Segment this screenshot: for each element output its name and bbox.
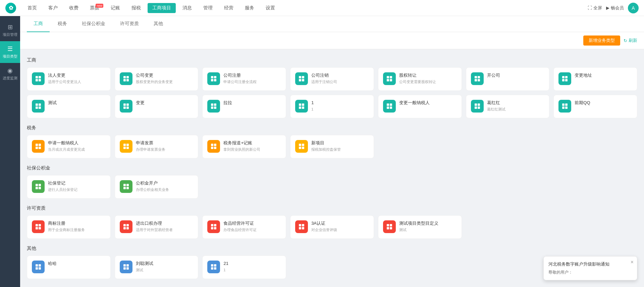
sidebar-item-项目管理[interactable]: ⊞项目管理	[0, 19, 20, 41]
service-card-变更一般纳税人[interactable]: 变更一般纳税人	[378, 95, 462, 118]
service-card-商标注册[interactable]: 商标注册用于企业商标注册服务	[27, 215, 111, 239]
sidebar-label: 进度监测	[3, 76, 17, 81]
service-card-法人变更[interactable]: 法人变更适用于公司变更法人	[27, 67, 111, 91]
tab-工商[interactable]: 工商	[27, 16, 50, 32]
card-desc: 股权变更外的业务变更	[136, 79, 194, 84]
card-icon	[120, 100, 132, 113]
svg-rect-12	[299, 76, 301, 78]
tab-其他[interactable]: 其他	[147, 16, 170, 32]
notification-title: 河北税务数字账户升级影响通知	[548, 261, 632, 267]
card-icon	[207, 72, 220, 85]
card-title: 股权转让	[399, 72, 457, 78]
card-desc: 拿到营业执照的新公司	[223, 147, 281, 152]
sidebar-item-项目类型[interactable]: ☰项目类型	[0, 41, 20, 63]
nav-item-客户[interactable]: 客户	[44, 3, 62, 13]
service-card-葛红红[interactable]: 葛红红葛红红测试	[466, 95, 550, 118]
svg-rect-31	[39, 106, 41, 109]
card-title: 变更	[136, 100, 194, 106]
section-title-工商: 工商	[27, 57, 637, 63]
svg-rect-43	[302, 106, 304, 109]
svg-rect-20	[475, 76, 477, 78]
service-card-测试[interactable]: 测试	[27, 95, 111, 118]
fullscreen-button[interactable]: ⛶ 全屏	[588, 5, 602, 11]
service-card-申请一般纳税人[interactable]: 申请一般纳税人当月或次月成变更完成	[27, 135, 111, 158]
service-card-公司注销[interactable]: 公司注销适用于注销公司	[290, 67, 374, 91]
card-title: 1	[311, 100, 369, 106]
service-card-前期QQ[interactable]: 前期QQ	[553, 95, 637, 118]
nav-item-工商项目[interactable]: 工商项目	[148, 3, 176, 13]
service-card-税务报道+记账[interactable]: 税务报道+记账拿到营业执照的新公司	[202, 135, 286, 158]
refresh-label: 刷新	[629, 38, 637, 44]
svg-rect-39	[214, 106, 216, 109]
service-card-进出口权办理[interactable]: 进出口权办理适用于对外贸易经营者	[115, 215, 199, 239]
svg-rect-65	[214, 144, 216, 146]
svg-rect-70	[299, 147, 301, 149]
service-card-社保登记[interactable]: 社保登记进行人员社保登记	[27, 175, 111, 199]
tab-税务[interactable]: 税务	[51, 16, 74, 32]
card-title: 3A认证	[311, 220, 369, 226]
service-card-3A认证[interactable]: 3A认证对企业信誉评级	[290, 215, 374, 239]
notification-close-button[interactable]: ×	[631, 259, 634, 265]
nav-item-收费[interactable]: 收费	[64, 3, 83, 13]
card-desc: 办理申请发票业务	[136, 147, 194, 152]
svg-rect-14	[299, 79, 301, 81]
nav-item-消息[interactable]: 消息	[178, 3, 197, 13]
nav-item-票据[interactable]: 票据new	[85, 3, 104, 13]
service-card-公司变更[interactable]: 公司变更股权变更外的业务变更	[115, 67, 199, 91]
svg-rect-37	[214, 103, 216, 106]
service-card-测试项目类型目定义[interactable]: 测试项目类型目定义测试	[378, 215, 462, 239]
svg-rect-27	[565, 79, 568, 81]
service-card-公积金开户[interactable]: 公积金开户办理公积金相关业务	[115, 175, 199, 199]
card-desc: 适用于对外贸易经营者	[136, 227, 194, 232]
notification-body: 尊敬的用户：	[548, 269, 632, 275]
card-icon	[207, 100, 220, 113]
service-card-食品经营许可证[interactable]: 食品经营许可证办理食品经营许可证	[202, 215, 286, 239]
card-icon	[558, 100, 571, 113]
svg-rect-16	[387, 76, 389, 78]
tab-许可资质[interactable]: 许可资质	[113, 16, 146, 32]
svg-rect-106	[123, 267, 126, 270]
svg-rect-19	[390, 79, 392, 81]
section-title-税务: 税务	[27, 125, 637, 131]
service-card-1[interactable]: 11	[290, 95, 374, 118]
card-desc: 申请公司注册全流程	[223, 79, 281, 84]
sidebar-item-进度监测[interactable]: ◉进度监测	[0, 63, 20, 85]
card-info: 开公司	[487, 72, 545, 78]
nav-item-设置[interactable]: 设置	[261, 3, 280, 13]
nav-item-管理[interactable]: 管理	[199, 3, 217, 13]
vip-button[interactable]: ▶ 畅会员	[606, 5, 624, 11]
service-card-股权转让[interactable]: 股权转让公司变更需要股权转让	[378, 67, 462, 91]
service-card-刘聪测试[interactable]: 刘聪测试测试	[115, 256, 199, 279]
service-card-哈哈[interactable]: 哈哈	[27, 256, 111, 279]
svg-rect-5	[126, 76, 129, 78]
svg-rect-25	[565, 76, 568, 78]
nav-item-记账[interactable]: 记账	[106, 3, 125, 13]
card-icon	[120, 140, 132, 153]
service-card-公司注册[interactable]: 公司注册申请公司注册全流程	[202, 67, 286, 91]
nav-item-经营[interactable]: 经营	[219, 3, 238, 13]
nav-item-服务[interactable]: 服务	[240, 3, 259, 13]
svg-rect-6	[123, 79, 126, 81]
service-card-拉拉[interactable]: 拉拉	[202, 95, 286, 118]
card-desc: 对企业信誉评级	[311, 227, 369, 232]
service-card-变更地址[interactable]: 变更地址	[553, 67, 637, 91]
svg-rect-74	[36, 187, 38, 189]
svg-rect-66	[211, 147, 213, 149]
service-card-变更[interactable]: 变更	[115, 95, 199, 118]
svg-rect-49	[478, 103, 480, 106]
sidebar-icon: ⊞	[6, 23, 14, 31]
card-desc: 1	[223, 268, 281, 273]
nav-item-报税[interactable]: 报税	[127, 3, 146, 13]
add-business-type-button[interactable]: 新增业务类型	[583, 35, 620, 46]
svg-rect-52	[562, 103, 565, 106]
avatar[interactable]: A	[628, 3, 639, 13]
svg-rect-81	[39, 224, 41, 226]
nav-item-首页[interactable]: 首页	[23, 3, 42, 13]
service-card-申请发票[interactable]: 申请发票办理申请发票业务	[115, 135, 199, 158]
refresh-button[interactable]: ↻ 刷新	[624, 38, 637, 44]
service-card-新项目[interactable]: 新项目报税加税控盘保管	[290, 135, 374, 158]
tab-社保公积金[interactable]: 社保公积金	[75, 16, 112, 32]
svg-rect-88	[211, 224, 213, 226]
service-card-开公司[interactable]: 开公司	[466, 67, 550, 91]
service-card-21[interactable]: 211	[202, 256, 286, 279]
